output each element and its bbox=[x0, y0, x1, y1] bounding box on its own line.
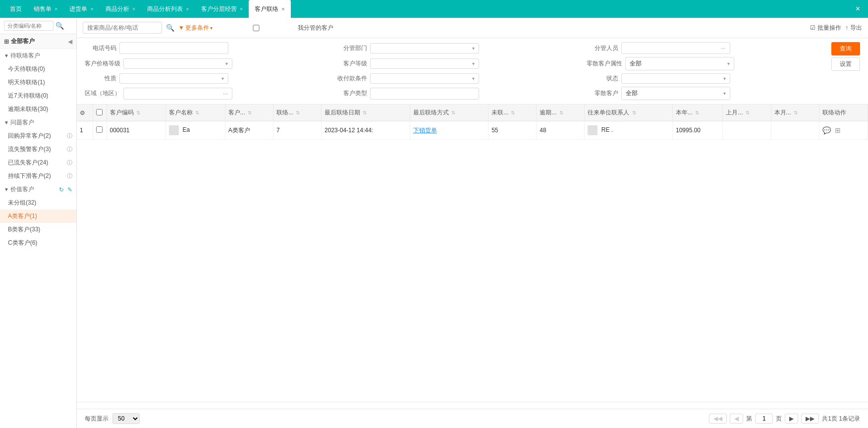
name-sort-icon[interactable]: ⇅ bbox=[195, 110, 199, 115]
payment-select[interactable]: ▾ bbox=[370, 73, 479, 84]
nav-analysis-list[interactable]: 商品分析列表 × bbox=[141, 0, 195, 18]
unlinked-sort-icon[interactable]: ⇅ bbox=[511, 110, 515, 115]
last-method-sort-icon[interactable]: ⇅ bbox=[451, 110, 455, 115]
td-type: A类客户 bbox=[225, 121, 273, 140]
overdue-sort-icon[interactable]: ⇅ bbox=[559, 110, 563, 115]
td-checkbox[interactable] bbox=[93, 121, 107, 140]
query-button[interactable]: 查询 bbox=[831, 42, 860, 55]
nav-purchase[interactable]: 进货单 × bbox=[63, 0, 99, 18]
status-chevron-icon: ▾ bbox=[723, 76, 726, 81]
this-month-sort-icon[interactable]: ⇅ bbox=[794, 110, 798, 115]
my-customers-filter[interactable]: 我分管的客户 bbox=[217, 24, 333, 32]
nav-sales[interactable]: 销售单 × bbox=[28, 0, 63, 18]
manager-select[interactable]: ··· bbox=[621, 42, 730, 54]
sidebar-item-class-b[interactable]: B类客户(33) bbox=[0, 223, 76, 236]
total-records-label: 共1页 1条记录 bbox=[822, 415, 860, 423]
sidebar-all-customers-header[interactable]: ⊞ 全部客户 ◀ bbox=[0, 34, 76, 49]
per-page-label: 每页显示 bbox=[85, 415, 108, 423]
type-sort-icon[interactable]: ⇅ bbox=[248, 110, 252, 115]
filter-customer-type: 客户类型 bbox=[335, 88, 574, 100]
search-input[interactable] bbox=[83, 22, 162, 34]
page-number-input[interactable] bbox=[755, 414, 773, 424]
sidebar-item-class-a[interactable]: A类客户(1) bbox=[0, 210, 76, 223]
sidebar-group-pending[interactable]: ▼ 待联络客户 bbox=[0, 49, 76, 62]
nav-analysis-close[interactable]: × bbox=[132, 6, 135, 12]
sidebar-collapse-button[interactable]: ◀ bbox=[68, 38, 72, 45]
settings-button[interactable]: 设置 bbox=[831, 57, 860, 71]
next-page-button[interactable]: ▶ bbox=[785, 414, 798, 424]
last-method-link[interactable]: 下销货单 bbox=[413, 127, 437, 134]
price-level-select[interactable]: ▾ bbox=[123, 58, 232, 69]
horizontal-scrollbar[interactable] bbox=[77, 402, 868, 409]
code-sort-icon[interactable]: ⇅ bbox=[136, 110, 140, 115]
td-last-month bbox=[723, 121, 771, 140]
first-page-button[interactable]: ◀◀ bbox=[709, 414, 727, 424]
sidebar-item-churned[interactable]: 已流失客户(24) ⓘ bbox=[0, 156, 76, 169]
last-page-button[interactable]: ▶▶ bbox=[801, 414, 819, 424]
sidebar-item-declining[interactable]: 持续下滑客户(2) ⓘ bbox=[0, 169, 76, 183]
last-date-sort-icon[interactable]: ⇅ bbox=[363, 110, 367, 115]
th-settings[interactable]: ⚙ bbox=[77, 105, 93, 121]
th-actions-label: 联络动作 bbox=[822, 109, 846, 116]
search-button[interactable]: 🔍 bbox=[166, 24, 174, 32]
td-last-method[interactable]: 下销货单 bbox=[410, 121, 488, 140]
nav-sales-close[interactable]: × bbox=[54, 6, 57, 12]
batch-operation-button[interactable]: ☑ 批量操作 bbox=[810, 24, 841, 32]
sidebar-group-value[interactable]: ▼ 价值客户 ↻ ✎ bbox=[0, 183, 76, 196]
export-button[interactable]: ↑ 导出 bbox=[845, 24, 862, 32]
nav-home[interactable]: 首页 bbox=[4, 0, 28, 18]
retail-customer-select[interactable]: 全部 ▾ bbox=[621, 87, 730, 100]
sidebar-item-ungrouped[interactable]: 未分组(32) bbox=[0, 196, 76, 210]
payment-label: 收付款条件 bbox=[335, 74, 370, 83]
phone-input[interactable] bbox=[119, 42, 228, 54]
customer-type-input[interactable] bbox=[370, 88, 479, 100]
th-checkbox[interactable] bbox=[93, 105, 107, 121]
nav-analysis-list-close[interactable]: × bbox=[186, 6, 189, 12]
sidebar-item-7days[interactable]: 近7天待联络(0) bbox=[0, 89, 76, 103]
retail-attr-select[interactable]: 全部 ▾ bbox=[625, 57, 734, 70]
nav-purchase-close[interactable]: × bbox=[90, 6, 93, 12]
sidebar-group-problem[interactable]: ▼ 问题客户 bbox=[0, 116, 76, 129]
sidebar-search-icon[interactable]: 🔍 bbox=[55, 22, 64, 30]
table-row: 1 000031 Ea A类客户 7 2023-04-1 bbox=[77, 121, 868, 140]
prev-page-button[interactable]: ◀ bbox=[730, 414, 743, 424]
settings-gear-icon[interactable]: ⚙ bbox=[80, 109, 85, 116]
contact-person-sort-icon[interactable]: ⇅ bbox=[632, 110, 636, 115]
qr-action-button[interactable]: ⊞ bbox=[835, 126, 841, 134]
contact-count-sort-icon[interactable]: ⇅ bbox=[296, 110, 300, 115]
region-select[interactable]: ··· bbox=[123, 88, 232, 100]
td-contact-count: 7 bbox=[273, 121, 321, 140]
sidebar-item-churn-warning[interactable]: 流失预警客户(3) ⓘ bbox=[0, 143, 76, 156]
this-year-sort-icon[interactable]: ⇅ bbox=[695, 110, 699, 115]
customer-level-select[interactable]: ▾ bbox=[370, 58, 479, 69]
nature-select[interactable]: ▾ bbox=[119, 73, 228, 84]
nav-customer-contact-label: 客户联络 bbox=[255, 5, 278, 13]
last-month-sort-icon[interactable]: ⇅ bbox=[746, 110, 750, 115]
sidebar-item-repurchase-abnormal[interactable]: 回购异常客户(2) ⓘ bbox=[0, 129, 76, 143]
value-edit-icon[interactable]: ✎ bbox=[67, 186, 72, 193]
my-customers-checkbox[interactable] bbox=[217, 25, 296, 31]
sidebar-all-customers-title: ⊞ 全部客户 bbox=[4, 37, 35, 46]
status-select[interactable]: ▾ bbox=[621, 73, 730, 84]
sidebar-item-tomorrow[interactable]: 明天待联络(1) bbox=[0, 76, 76, 89]
nav-customer-contact[interactable]: 客户联络 × bbox=[249, 0, 290, 18]
per-page-select[interactable]: 50 100 200 bbox=[112, 413, 140, 424]
region-label: 区域（地区） bbox=[85, 89, 123, 98]
sidebar-item-overdue[interactable]: 逾期未联络(30) bbox=[0, 103, 76, 116]
value-refresh-icon[interactable]: ↻ bbox=[59, 186, 64, 193]
nav-customer-contact-close[interactable]: × bbox=[281, 6, 284, 12]
nav-analysis[interactable]: 商品分析 × bbox=[100, 0, 141, 18]
chat-action-button[interactable]: 💬 bbox=[822, 126, 831, 134]
select-all-checkbox[interactable] bbox=[96, 109, 103, 115]
row-checkbox[interactable] bbox=[96, 126, 103, 133]
repurchase-label: 回购异常客户(2) bbox=[8, 132, 51, 140]
nav-customer-seg-close[interactable]: × bbox=[240, 6, 243, 12]
nav-customer-segmentation[interactable]: 客户分层经营 × bbox=[195, 0, 249, 18]
window-close-button[interactable]: × bbox=[852, 4, 864, 13]
sidebar-search-input[interactable] bbox=[4, 21, 54, 31]
sidebar-item-class-c[interactable]: C类客户(6) bbox=[0, 236, 76, 250]
more-filter-button[interactable]: ▼ 更多条件 ▾ bbox=[178, 24, 213, 32]
dept-select[interactable]: ▾ bbox=[370, 43, 479, 54]
sidebar-item-today[interactable]: 今天待联络(0) bbox=[0, 62, 76, 76]
churned-info-icon: ⓘ bbox=[67, 159, 72, 166]
